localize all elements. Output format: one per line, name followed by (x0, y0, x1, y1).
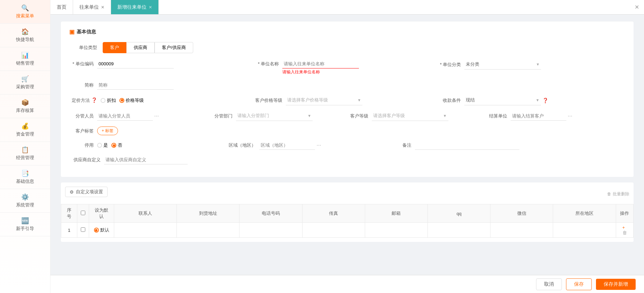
wechat-input[interactable] (494, 228, 549, 233)
th-wechat: 微信 (490, 204, 553, 223)
customer-level-placeholder: 请选择客户等级 (373, 113, 405, 119)
th-email: 邮箱 (365, 204, 427, 223)
sidebar-item-basic-info[interactable]: 📑 基础信息 (0, 165, 50, 189)
unit-category-label: * 单位分类 (440, 62, 461, 68)
sidebar-item-sales[interactable]: 📊 销售管理 (0, 47, 50, 71)
td-contact[interactable] (114, 223, 177, 238)
department-placeholder: 请输入分管部门 (237, 113, 269, 119)
td-fax[interactable] (302, 223, 365, 238)
fax-input[interactable] (306, 228, 361, 233)
pricing-discount-label: 折扣 (107, 97, 116, 104)
supplier-custom-input[interactable] (104, 155, 188, 164)
tab-bar-close-btn[interactable]: ✕ (630, 0, 644, 14)
default-label: 默认 (100, 227, 109, 233)
add-tag-button[interactable]: + 标签 (97, 127, 118, 135)
pricing-level-label: 价格等级 (126, 97, 144, 104)
sidebar-item-finance[interactable]: 💰 资金管理 (0, 118, 50, 142)
disabled-yes-circle (97, 143, 102, 148)
customer-price-level-select[interactable]: 请选择客户价格等级 ▼ (286, 95, 362, 105)
td-address[interactable] (177, 223, 239, 238)
contact-table: 序号 设为默认 联系人 到货地址 电话号码 传真 邮箱 qq 微信 所在地区 操… (61, 204, 634, 238)
sidebar-quick-nav-label: 快捷导航 (16, 36, 34, 43)
payment-terms-help-icon[interactable]: ❓ (542, 98, 548, 103)
settlement-unit-input[interactable] (511, 112, 566, 121)
remark-input[interactable] (415, 141, 519, 150)
department-select[interactable]: 请输入分管部门 ▼ (236, 111, 313, 121)
address-input[interactable] (180, 228, 236, 233)
close-add-counterparty-icon[interactable]: ✕ (149, 5, 152, 9)
manager-input[interactable] (97, 112, 153, 121)
tab-home[interactable]: 首页 (50, 0, 73, 14)
custom-settings-button[interactable]: ⚙ 自定义项设置 (65, 187, 108, 197)
contact-input[interactable] (118, 228, 173, 233)
batch-delete-btn[interactable]: 🗑 批量删除 (607, 191, 629, 197)
settlement-unit-dots-btn[interactable]: ··· (566, 113, 574, 119)
disabled-yes-radio[interactable]: 是 (97, 142, 108, 148)
sidebar-item-operations[interactable]: 📋 经营管理 (0, 142, 50, 165)
manager-dots-btn[interactable]: ··· (153, 113, 160, 119)
form-row-4: 分管人员 ··· 分管部门 请输入分管部门 ▼ 客户等级 请选择客户等级 ▼ (69, 111, 625, 121)
customer-level-label: 客户等级 (347, 113, 368, 119)
unit-type-customer-btn[interactable]: 客户 (103, 42, 126, 53)
td-wechat[interactable] (490, 223, 553, 238)
short-name-input[interactable] (97, 81, 174, 90)
row-checkbox[interactable] (81, 227, 85, 232)
default-radio[interactable]: 默认 (93, 227, 110, 233)
sidebar-item-guide[interactable]: 🆕 新手引导 (0, 213, 50, 236)
pricing-discount-radio[interactable]: 折扣 (101, 97, 116, 104)
unit-category-select[interactable]: 未分类 ▼ (464, 59, 541, 70)
batch-delete-label: 批量删除 (613, 191, 629, 197)
save-new-button[interactable]: 保存并新增 (596, 279, 636, 290)
pricing-help-icon[interactable]: ❓ (91, 97, 97, 103)
sidebar-item-quick-nav[interactable]: 🏠 快捷导航 (0, 24, 50, 47)
customer-tag-label: 客户标签 (69, 128, 94, 134)
add-row-btn[interactable]: + (622, 225, 625, 230)
tab-add-counterparty[interactable]: 新增往来单位 ✕ (111, 0, 159, 14)
department-arrow-icon: ▼ (307, 114, 311, 118)
sidebar-sales-label: 销售管理 (16, 60, 34, 66)
region-dots-btn[interactable]: ··· (315, 142, 322, 148)
email-input[interactable] (369, 228, 424, 233)
sidebar-item-system[interactable]: ⚙️ 系统管理 (0, 189, 50, 213)
save-button[interactable]: 保存 (566, 278, 592, 290)
short-name-label: 简称 (69, 82, 94, 88)
unit-type-supplier-btn[interactable]: 供应商 (126, 42, 155, 53)
td-email[interactable] (365, 223, 427, 238)
sidebar-purchase-label: 采购管理 (16, 84, 34, 90)
qq-input[interactable] (431, 228, 487, 233)
tab-counterparty[interactable]: 往来单位 ✕ (73, 0, 111, 14)
region-table-input[interactable] (557, 228, 612, 233)
payment-terms-field: 收款条件 现结 ▼ ❓ (440, 95, 625, 105)
section-title: ▣ 基本信息 (69, 29, 625, 35)
td-qq[interactable] (427, 223, 490, 238)
settlement-unit-field: 结算单位 ··· (486, 112, 625, 121)
form-area: ▣ 基本信息 单位类型 客户 供应商 客户/供应商 * 单位编码 * 单位名称 (50, 15, 644, 275)
phone-input[interactable] (243, 228, 298, 233)
unit-name-input[interactable] (282, 59, 359, 68)
sidebar-item-purchase[interactable]: 🛒 采购管理 (0, 71, 50, 95)
customer-tag-field: 客户标签 + 标签 (69, 127, 625, 135)
select-all-checkbox[interactable] (81, 211, 85, 215)
region-input[interactable] (259, 141, 315, 150)
pricing-method-field: 定价方法 ❓ 折扣 价格等级 (69, 97, 254, 104)
sidebar-inventory-label: 库存核算 (16, 107, 34, 114)
pricing-radio-group: 折扣 价格等级 (101, 97, 144, 104)
td-region[interactable] (553, 223, 616, 238)
sidebar-item-inventory[interactable]: 📦 库存核算 (0, 95, 50, 118)
cancel-button[interactable]: 取消 (536, 278, 562, 290)
unit-code-input[interactable] (97, 59, 174, 68)
disabled-no-radio[interactable]: 否 (111, 142, 122, 148)
pricing-level-radio[interactable]: 价格等级 (119, 97, 144, 104)
tab-home-label: 首页 (57, 4, 66, 10)
customer-level-select[interactable]: 请选择客户等级 ▼ (372, 111, 448, 121)
td-phone[interactable] (239, 223, 302, 238)
sidebar-item-search[interactable]: 🔍 搜索菜单 (0, 0, 50, 24)
unit-type-both-btn[interactable]: 客户/供应商 (155, 42, 193, 53)
delete-row-btn[interactable]: 🗑 (622, 230, 627, 235)
batch-delete-icon: 🗑 (607, 192, 611, 196)
customer-price-level-label: 客户价格等级 (254, 97, 282, 104)
form-row-1: * 单位编码 * 单位名称 请输入往来单位名称 * 单位分类 未分类 ▼ (69, 59, 625, 75)
remark-label: 备注 (387, 142, 411, 148)
payment-terms-select[interactable]: 现结 ▼ (464, 95, 541, 105)
close-counterparty-icon[interactable]: ✕ (101, 5, 104, 9)
